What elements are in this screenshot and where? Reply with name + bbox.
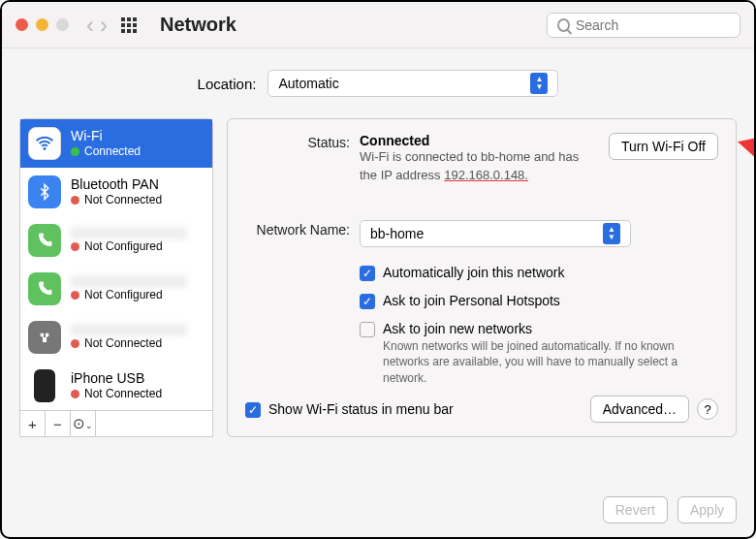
- checkbox-icon: ✓: [360, 266, 375, 281]
- checkbox-icon: [360, 322, 375, 337]
- sidebar-item-obscured-1[interactable]: Not Configured: [20, 216, 212, 265]
- sidebar-item-obscured-3[interactable]: Not Connected: [20, 313, 212, 362]
- apply-button[interactable]: Apply: [677, 496, 737, 523]
- location-row: Location: Automatic ▲▼: [2, 48, 754, 118]
- search-field[interactable]: [547, 13, 740, 38]
- checkbox-label: Show Wi-Fi status in menu bar: [268, 401, 454, 417]
- location-select[interactable]: Automatic ▲▼: [268, 70, 558, 97]
- sidebar-item-iphone-usb[interactable]: iPhone USB Not Connected: [20, 362, 212, 410]
- checkbox-label: Ask to join Personal Hotspots: [383, 293, 560, 308]
- interfaces-sidebar: Wi-Fi Connected Bluetooth PAN Not Connec…: [19, 118, 213, 437]
- add-interface-button[interactable]: +: [20, 411, 46, 436]
- checkbox-description: Known networks will be joined automatica…: [383, 338, 718, 387]
- status-dot-icon: [71, 196, 79, 205]
- checkbox-icon: ✓: [245, 402, 261, 418]
- status-dot-icon: [71, 339, 79, 348]
- menubar-status-checkbox[interactable]: ✓ Show Wi-Fi status in menu bar: [245, 401, 454, 418]
- svg-point-0: [44, 147, 47, 150]
- sidebar-item-label: iPhone USB: [71, 370, 162, 388]
- titlebar: ‹ › Network: [2, 2, 754, 48]
- window-controls: [16, 18, 69, 31]
- sidebar-item-status: Not Configured: [84, 288, 163, 302]
- iphone-icon: [34, 369, 55, 402]
- chevron-updown-icon: ▲▼: [603, 223, 620, 244]
- status-dot-icon: [71, 291, 79, 300]
- wifi-icon: [28, 127, 61, 160]
- phone-icon: [28, 224, 61, 257]
- window-title: Network: [160, 14, 236, 36]
- sidebar-item-status: Connected: [84, 144, 141, 159]
- sidebar-item-label-blurred: [71, 324, 187, 336]
- network-name-value: bb-home: [370, 226, 424, 241]
- nav-arrows: ‹ ›: [86, 12, 108, 39]
- checkbox-label: Ask to join new networks: [383, 321, 718, 336]
- status-dot-icon: [71, 147, 79, 156]
- forward-button: ›: [100, 12, 108, 39]
- sidebar-item-obscured-2[interactable]: Not Configured: [20, 265, 212, 313]
- bluetooth-icon: [28, 175, 61, 208]
- ip-address: 192.168.0.148.: [444, 168, 528, 182]
- close-icon[interactable]: [16, 18, 28, 31]
- sidebar-item-wifi[interactable]: Wi-Fi Connected: [20, 119, 212, 168]
- checkbox-icon: ✓: [360, 294, 375, 309]
- sidebar-item-label-blurred: [71, 227, 187, 239]
- search-icon: [557, 18, 570, 32]
- phone-icon: [28, 272, 61, 305]
- sidebar-item-status: Not Connected: [84, 193, 162, 207]
- status-label: Status:: [245, 133, 360, 185]
- details-panel: Status: Connected Wi-Fi is connected to …: [227, 118, 737, 437]
- toggle-wifi-button[interactable]: Turn Wi-Fi Off: [609, 133, 718, 160]
- ask-hotspot-checkbox[interactable]: ✓ Ask to join Personal Hotspots: [360, 293, 718, 309]
- ethernet-icon: [28, 321, 61, 354]
- sidebar-item-bluetooth[interactable]: Bluetooth PAN Not Connected: [20, 168, 212, 216]
- network-name-label: Network Name:: [245, 220, 360, 398]
- network-name-select[interactable]: bb-home ▲▼: [360, 220, 631, 247]
- status-value: Connected: [360, 133, 591, 148]
- location-value: Automatic: [278, 76, 338, 91]
- maximize-icon: [56, 18, 69, 31]
- status-description: Wi-Fi is connected to bb-home and has th…: [360, 148, 591, 185]
- remove-interface-button[interactable]: −: [46, 411, 71, 436]
- status-dot-icon: [71, 390, 79, 398]
- chevron-updown-icon: ▲▼: [530, 73, 548, 94]
- location-label: Location:: [198, 76, 257, 92]
- checkbox-label: Automatically join this network: [383, 265, 565, 280]
- minimize-icon[interactable]: [36, 18, 48, 31]
- search-input[interactable]: [576, 17, 730, 33]
- sidebar-item-status: Not Connected: [84, 387, 162, 401]
- sidebar-item-label-blurred: [71, 275, 187, 288]
- auto-join-checkbox[interactable]: ✓ Automatically join this network: [360, 265, 718, 281]
- help-button[interactable]: ?: [697, 398, 718, 420]
- all-prefs-icon[interactable]: [121, 17, 137, 33]
- sidebar-item-label: Wi-Fi: [71, 128, 141, 145]
- status-dot-icon: [71, 242, 79, 251]
- sidebar-item-status: Not Connected: [84, 336, 162, 351]
- more-options-button[interactable]: ⊙⌄: [71, 411, 96, 436]
- advanced-button[interactable]: Advanced…: [590, 396, 689, 423]
- sidebar-item-status: Not Configured: [84, 239, 163, 254]
- ask-join-checkbox[interactable]: Ask to join new networks Known networks …: [360, 321, 718, 387]
- sidebar-item-label: Bluetooth PAN: [71, 176, 162, 194]
- revert-button[interactable]: Revert: [603, 496, 668, 523]
- back-button[interactable]: ‹: [86, 12, 94, 39]
